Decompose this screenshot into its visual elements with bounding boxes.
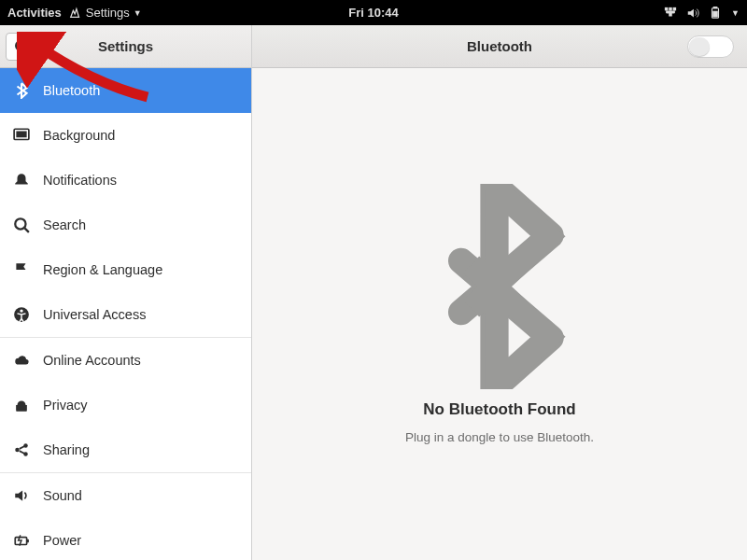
search-button[interactable] [6, 33, 37, 61]
content-title: Bluetooth [467, 38, 532, 54]
sidebar-item-sharing[interactable]: Sharing [0, 427, 251, 472]
category-list: BluetoothBackgroundNotificationsSearchRe… [0, 68, 251, 560]
svg-rect-3 [669, 13, 672, 17]
app-menu[interactable]: Settings ▼ [69, 6, 142, 20]
bluetooth-icon [13, 82, 30, 99]
svg-line-8 [24, 49, 28, 53]
content-pane: Bluetooth No Bluetooth Found Plug in a d… [252, 25, 747, 560]
clock[interactable]: Fri 10:44 [348, 6, 398, 20]
sidebar-item-label: Online Accounts [43, 353, 141, 368]
sidebar-title: Settings [98, 38, 153, 54]
svg-point-11 [15, 218, 25, 229]
sidebar-item-label: Universal Access [43, 307, 146, 322]
sidebar-header: Settings [0, 25, 251, 68]
settings-sidebar: Settings BluetoothBackgroundNotification… [0, 25, 252, 560]
power-icon [13, 532, 30, 549]
content-header: Bluetooth [252, 25, 747, 68]
svg-point-16 [15, 448, 20, 453]
svg-rect-5 [713, 7, 717, 7]
sidebar-item-label: Region & Language [43, 262, 162, 277]
system-status-area[interactable]: ▼ [664, 7, 740, 20]
svg-rect-1 [669, 7, 672, 10]
sidebar-item-bluetooth[interactable]: Bluetooth [0, 68, 251, 113]
sidebar-item-label: Search [43, 217, 86, 232]
app-menu-label: Settings [86, 6, 130, 20]
sidebar-item-label: Power [43, 533, 81, 548]
share-icon [13, 441, 30, 458]
sidebar-item-label: Notifications [43, 173, 117, 188]
gnome-top-bar: Activities Settings ▼ Fri 10:44 ▼ [0, 0, 747, 25]
bell-icon [13, 172, 30, 189]
sidebar-item-power[interactable]: Power [0, 518, 251, 560]
sidebar-item-privacy[interactable]: Privacy [0, 383, 251, 427]
search-icon [14, 39, 29, 54]
sound-icon [13, 487, 30, 504]
sidebar-item-region-language[interactable]: Region & Language [0, 247, 251, 292]
battery-icon [709, 7, 722, 20]
flag-icon [13, 261, 30, 278]
empty-state-title: No Bluetooth Found [423, 400, 575, 419]
empty-state-subtitle: Plug in a dongle to use Bluetooth. [405, 430, 594, 444]
svg-line-12 [24, 228, 29, 232]
sidebar-item-search[interactable]: Search [0, 203, 251, 247]
sidebar-item-notifications[interactable]: Notifications [0, 158, 251, 203]
volume-icon [686, 7, 699, 20]
bluetooth-toggle[interactable] [687, 35, 734, 58]
svg-rect-15 [16, 405, 26, 412]
activities-button[interactable]: Activities [7, 6, 62, 20]
sidebar-item-online-accounts[interactable]: Online Accounts [0, 338, 251, 383]
sidebar-item-sound[interactable]: Sound [0, 473, 251, 518]
sidebar-item-label: Sharing [43, 442, 90, 457]
sidebar-item-background[interactable]: Background [0, 113, 251, 158]
sidebar-item-label: Background [43, 128, 115, 143]
settings-icon [69, 7, 82, 20]
content-body: No Bluetooth Found Plug in a dongle to u… [252, 68, 747, 560]
svg-rect-2 [673, 7, 677, 10]
search-icon [13, 217, 30, 233]
cloud-icon [13, 352, 30, 369]
sidebar-item-label: Privacy [43, 398, 88, 413]
display-icon [13, 127, 30, 144]
bluetooth-icon [430, 184, 570, 389]
sidebar-item-label: Sound [43, 488, 82, 503]
sidebar-item-universal-access[interactable]: Universal Access [0, 292, 251, 337]
settings-window: Settings BluetoothBackgroundNotification… [0, 25, 747, 560]
chevron-down-icon: ▼ [134, 8, 142, 18]
network-icon [664, 7, 677, 20]
svg-point-7 [16, 41, 25, 50]
sidebar-item-label: Bluetooth [43, 83, 100, 98]
chevron-down-icon: ▼ [731, 8, 740, 18]
svg-rect-20 [27, 539, 29, 542]
privacy-icon [13, 397, 30, 413]
svg-rect-0 [665, 7, 669, 10]
accessibility-icon [13, 306, 30, 323]
svg-rect-6 [713, 11, 717, 17]
svg-point-14 [20, 309, 22, 312]
svg-rect-10 [16, 132, 26, 138]
